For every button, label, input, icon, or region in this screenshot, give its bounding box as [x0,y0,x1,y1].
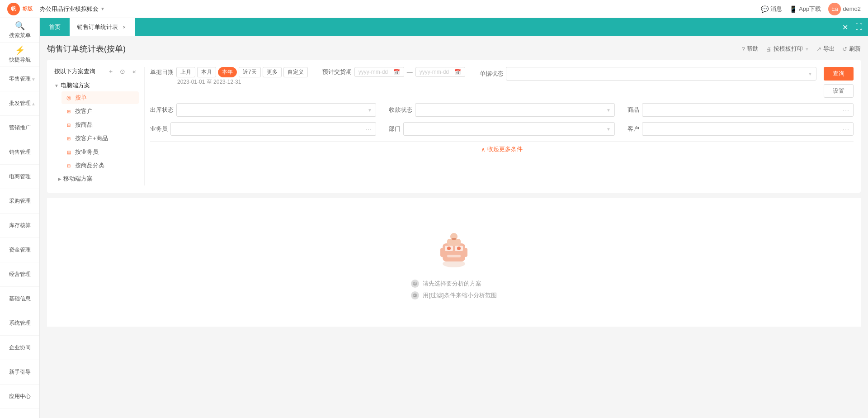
page-header: 销售订单统计表(按单) ? 帮助 🖨 按模板打印 ▼ ↗ 导出 [47,43,861,54]
window-close-button[interactable]: ✕ [840,21,850,33]
sidebar-item-finance[interactable]: 资金管理 [0,238,39,262]
this-year-btn[interactable]: 本年 [218,67,237,77]
sidebar-item-ecommerce[interactable]: 电商管理 [0,165,39,189]
tab-home[interactable]: 首页 [40,18,70,36]
customer-dots-icon: ··· [843,125,849,133]
scheme-panel: 按以下方案查询 + ⊙ « ▼ 电脑端方案 [54,67,145,185]
tab-bar-right: ✕ ⛶ [840,21,868,33]
status-label: 单据状态 [480,70,503,78]
refresh-icon: ↺ [842,46,847,52]
finance-label: 资金管理 [9,247,31,254]
scheme-item-by-goods[interactable]: ⊟ 按商品 [61,119,139,131]
last7days-btn[interactable]: 近7天 [239,67,261,77]
logo-area: 帆 标版 [7,3,33,15]
mobile-category-label: 移动端方案 [63,175,93,183]
sidebar-item-wholesale[interactable]: 批发管理 ▲ [0,91,39,116]
last-month-btn[interactable]: 上月 [176,67,195,77]
salesperson-select[interactable]: ··· [170,122,376,136]
status-select[interactable]: ▼ [506,67,816,81]
sidebar-quick-nav[interactable]: ⚡ 快捷导航 [0,43,39,67]
sidebar-item-basic-info[interactable]: 基础信息 [0,287,39,311]
help-button[interactable]: ? 帮助 [742,45,759,53]
message-button[interactable]: 💬 消息 [761,5,782,13]
filter-row-2: 出库状态 ▼ 收款状态 ▼ [150,103,854,117]
more-btn[interactable]: 更多 [263,67,282,77]
calendar-from-icon: 📅 [393,69,400,75]
out-status-select[interactable]: ▼ [176,103,376,117]
svg-rect-11 [452,238,456,240]
sidebar-item-app-center[interactable]: 应用中心 [0,385,39,409]
app-center-label: 应用中心 [9,393,31,400]
sidebar-item-retail[interactable]: 零售管理 ▼ [0,67,39,91]
print-icon: 🖨 [766,46,772,52]
goods-dots-icon: ··· [843,106,849,114]
scheme-pc-category[interactable]: ▼ 电脑端方案 [54,80,139,91]
svg-point-5 [457,247,461,250]
query-button[interactable]: 查询 [824,67,854,81]
expected-date-from[interactable]: yyyy-mm-dd 📅 [354,67,404,77]
dept-caret-icon: ▼ [606,127,611,132]
empty-state: ① 请先选择要分析的方案 ② 用[过滤]条件来缩小分析范围 [47,198,861,327]
date-range-display: 2023-01-01 至 2023-12-31 [150,78,308,86]
sidebar-item-operations[interactable]: 经营管理 [0,262,39,287]
inventory-label: 库存核算 [9,222,31,229]
scheme-item-by-category[interactable]: ⊟ 按商品分类 [61,159,139,172]
scheme-item-by-customer-goods[interactable]: ⊞ 按客户+商品 [61,132,139,145]
customer-select[interactable]: ··· [642,122,854,136]
window-max-button[interactable]: ⛶ [854,21,864,33]
filter-panel: 按以下方案查询 + ⊙ « ▼ 电脑端方案 [47,60,861,193]
operations-label: 经营管理 [9,271,31,278]
goods-select[interactable]: ··· [642,103,854,117]
dept-select[interactable]: ▼ [403,122,615,136]
sidebar-item-marketing[interactable]: 营销推广 [0,116,39,140]
by-customer-goods-icon: ⊞ [65,135,72,142]
out-status-caret-icon: ▼ [368,108,372,113]
sidebar-search[interactable]: 🔍 搜索菜单 [0,18,39,43]
scheme-mobile-category[interactable]: ▶ 移动端方案 [54,173,139,185]
sidebar-item-guide[interactable]: 新手引导 [0,360,39,385]
sidebar-item-enterprise[interactable]: 企业协同 [0,336,39,360]
scheme-collapse-button[interactable]: « [130,67,139,76]
salesperson-label: 业务员 [150,125,168,133]
collapse-label: 收起更多条件 [487,145,523,153]
this-month-btn[interactable]: 本月 [197,67,216,77]
scheme-add-button[interactable]: + [106,67,115,76]
page-title: 销售订单统计表(按单) [47,43,126,54]
refresh-button[interactable]: ↺ 刷新 [842,45,861,53]
receive-status-select[interactable]: ▼ [415,103,615,117]
content-area: 首页 销售订单统计表 × ✕ ⛶ 销售订单统计表(按单) ? 帮助 [40,18,868,418]
print-button[interactable]: 🖨 按模板打印 ▼ [766,45,809,53]
scheme-item-by-customer[interactable]: ⊞ 按客户 [61,105,139,118]
date-shortcuts: 上月 本月 本年 近7天 更多 自定义 [176,67,308,77]
tab-close-button[interactable]: × [121,24,128,31]
search-icon: 🔍 [15,21,25,31]
filter-layout: 按以下方案查询 + ⊙ « ▼ 电脑端方案 [54,67,854,185]
scheme-edit-button[interactable]: ⊙ [118,67,127,76]
collapse-icon: ∧ [481,146,486,153]
scheme-item-by-salesperson[interactable]: ▤ 按业务员 [61,146,139,158]
tip-num-2: ② [411,291,419,299]
industry-selector[interactable]: 办公用品行业模拟账套 ▼ [36,3,108,15]
sidebar-item-purchase[interactable]: 采购管理 [0,189,39,214]
tab-sales-order[interactable]: 销售订单统计表 × [70,18,135,36]
sidebar-item-wechat[interactable]: 企业微信 [0,409,39,418]
top-bar-right: 💬 消息 📱 App下载 Ea demo2 [761,3,861,15]
sidebar-item-inventory[interactable]: 库存核算 [0,214,39,238]
expected-date-to[interactable]: yyyy-mm-dd 📅 [415,67,465,77]
export-button[interactable]: ↗ 导出 [816,45,835,53]
sidebar-item-sales[interactable]: 销售管理 [0,140,39,165]
calendar-to-icon: 📅 [454,69,461,75]
by-customer-icon: ⊞ [65,108,72,115]
custom-btn[interactable]: 自定义 [283,67,308,77]
status-caret-icon: ▼ [808,71,812,76]
setting-button[interactable]: 设置 [824,84,854,98]
user-profile[interactable]: Ea demo2 [828,3,861,15]
sidebar-item-system[interactable]: 系统管理 [0,311,39,336]
app-download-button[interactable]: 📱 App下载 [789,5,821,13]
by-category-icon: ⊟ [65,162,72,169]
collapse-bar[interactable]: ∧ 收起更多条件 [150,141,854,157]
page-content: 销售订单统计表(按单) ? 帮助 🖨 按模板打印 ▼ ↗ 导出 [40,36,868,418]
quick-nav-label: 快捷导航 [9,57,31,64]
print-expand-icon: ▼ [805,47,809,52]
scheme-item-by-order[interactable]: ◎ 按单 [61,91,139,104]
